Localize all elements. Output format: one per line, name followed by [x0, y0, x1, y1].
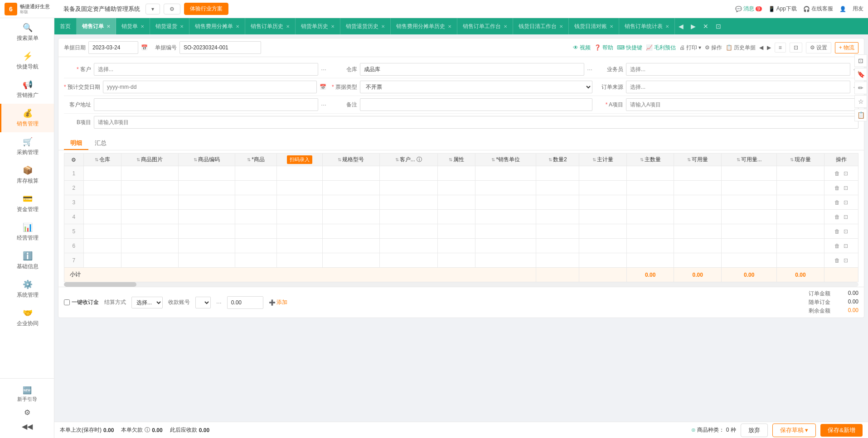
prev-record-btn[interactable]: ◀ [759, 44, 763, 51]
right-action-2[interactable]: 🔖 [854, 68, 867, 81]
industry-btn[interactable]: 体验行业方案 [184, 3, 228, 15]
tab-sales-invoice[interactable]: 销货单 ✕ [116, 18, 150, 34]
table-scroll-thumb[interactable] [64, 282, 136, 287]
tab-reconcile[interactable]: 钱货日清对账 ✕ [569, 18, 619, 34]
save-draft-btn[interactable]: 保存草稿 ▾ [772, 424, 816, 437]
calendar-icon[interactable]: 📅 [141, 44, 148, 51]
cell-warehouse-1[interactable] [83, 166, 121, 181]
order-source-input[interactable] [626, 81, 850, 93]
col-code[interactable]: ⇅商品编码 [178, 154, 235, 166]
user-name[interactable]: 用友 [853, 5, 863, 13]
row-copy-7[interactable]: ⊡ [844, 257, 848, 264]
right-action-5[interactable]: 📋 [854, 109, 867, 121]
shortcut-btn[interactable]: ⌨ 快捷键 [617, 44, 642, 52]
row-delete-6[interactable]: 🗑 [834, 243, 840, 249]
tab-prev-btn[interactable]: ◀ [675, 18, 687, 34]
row-delete-5[interactable]: 🗑 [834, 228, 840, 235]
col-customer-code[interactable]: ⇅客户... ⓘ [379, 154, 437, 166]
address-input[interactable] [94, 98, 318, 111]
col-available2[interactable]: ⇅可用量... [722, 154, 777, 166]
col-attr[interactable]: ⇅属性 [437, 154, 475, 166]
app-download-btn[interactable]: 📱 App下载 [768, 5, 797, 13]
tab-next-btn[interactable]: ▶ [687, 18, 699, 34]
tab-stats[interactable]: 销售订单统计表 ✕ [619, 18, 675, 34]
row-copy-6[interactable]: ⊡ [844, 243, 848, 249]
address-more-icon[interactable]: ··· [321, 101, 326, 108]
tab-close-return-history[interactable]: ✕ [381, 24, 385, 29]
sidebar-item-settings-bottom[interactable]: ⚙ [0, 405, 54, 419]
tab-close-sales-invoice[interactable]: ✕ [141, 24, 144, 29]
date-input[interactable] [88, 41, 138, 54]
cell-customer-code-1[interactable] [379, 166, 437, 181]
tab-expand-btn[interactable]: ⊡ [712, 18, 725, 34]
tab-close-invoice-history[interactable]: ✕ [331, 24, 335, 29]
next-record-btn[interactable]: ▶ [767, 44, 771, 51]
row-delete-1[interactable]: 🗑 [834, 170, 840, 177]
sidebar-item-guide[interactable]: 🆕 新手引导 [0, 383, 54, 405]
status-current-value[interactable]: ⓘ [145, 426, 150, 434]
warehouse-input[interactable] [360, 63, 584, 76]
settings-btn[interactable]: ⚙ 设置 [806, 42, 831, 53]
cell-unit-1[interactable] [475, 166, 536, 181]
customer-input[interactable] [94, 63, 318, 76]
tab-close-order-workbench[interactable]: ✕ [504, 24, 507, 29]
delivery-date-calendar-icon[interactable]: 📅 [320, 84, 326, 90]
col-qty2[interactable]: ⇅数量2 [536, 154, 579, 166]
a-project-input[interactable] [626, 98, 858, 111]
tab-close-reconcile[interactable]: ✕ [610, 24, 613, 29]
sidebar-item-finance[interactable]: 💳 资金管理 [0, 189, 54, 218]
sidebar-item-marketing[interactable]: 📢 营销推广 [0, 75, 54, 104]
cell-spec-1[interactable] [322, 166, 379, 181]
customer-more-icon[interactable]: ··· [321, 66, 326, 73]
right-action-3[interactable]: ✏ [854, 82, 867, 94]
sidebar-item-quick-nav[interactable]: ⚡ 快捷导航 [0, 47, 54, 75]
delivery-date-input[interactable] [103, 81, 317, 93]
sidebar-item-enterprise[interactable]: 🤝 企业协同 [0, 303, 54, 332]
tab-invoice-history[interactable]: 销货单历史 ✕ [296, 18, 340, 34]
row-delete-2[interactable]: 🗑 [834, 185, 840, 191]
tab-close-stats[interactable]: ✕ [665, 24, 669, 29]
discard-btn[interactable]: 放弃 [741, 424, 768, 437]
table-scroll-bar[interactable] [64, 282, 858, 287]
tab-sales-return[interactable]: 销货退货 ✕ [150, 18, 189, 34]
right-action-1[interactable]: ⊡ [854, 54, 867, 67]
tab-expense-split[interactable]: 销售费用分摊单 ✕ [189, 18, 245, 34]
col-warehouse[interactable]: ⇅仓库 [83, 154, 121, 166]
sidebar-item-search[interactable]: 🔍 搜索菜单 [0, 18, 54, 47]
row-copy-4[interactable]: ⊡ [844, 214, 848, 220]
sidebar-item-purchase[interactable]: 🛒 采购管理 [0, 132, 54, 161]
form-expand-btn[interactable]: ⊡ [790, 43, 802, 53]
scan-btn[interactable]: 扫码录入 [287, 155, 312, 164]
col-main-unit[interactable]: ⇅主计量 [579, 154, 627, 166]
b-project-input[interactable] [94, 116, 858, 129]
col-product[interactable]: ⇅*商品 [235, 154, 277, 166]
invoice-type-select[interactable]: 不开票 增值税专用发票 增值税普通发票 [360, 81, 592, 93]
row-copy-1[interactable]: ⊡ [844, 170, 848, 177]
add-material-btn[interactable]: + 物流 [835, 42, 858, 53]
col-stock[interactable]: ⇅现存量 [777, 154, 824, 166]
auto-payment-check[interactable] [64, 299, 70, 305]
col-unit[interactable]: ⇅*销售单位 [475, 154, 536, 166]
row-copy-3[interactable]: ⊡ [844, 199, 848, 206]
col-image[interactable]: ⇅商品图片 [121, 154, 178, 166]
row-copy-5[interactable]: ⊡ [844, 228, 848, 235]
account-select[interactable] [195, 297, 211, 308]
col-main-qty[interactable]: ⇅主数量 [626, 154, 674, 166]
tab-close-expense-split[interactable]: ✕ [236, 24, 239, 29]
history-btn[interactable]: 📋 历史单据 [726, 44, 756, 52]
tab-expense-history[interactable]: 销售费用分摊单历史 ✕ [391, 18, 457, 34]
tab-close-sales-return[interactable]: ✕ [180, 24, 184, 29]
col-available[interactable]: ⇅可用量 [674, 154, 722, 166]
online-service-btn[interactable]: 🎧 在线客服 [803, 5, 833, 13]
row-delete-4[interactable]: 🗑 [834, 214, 840, 220]
settings-gear-btn[interactable]: ⚙ [164, 4, 180, 14]
sidebar-item-sales[interactable]: 💰 销售管理 [0, 104, 54, 132]
print-btn[interactable]: 🖨 打印 ▾ [679, 44, 701, 52]
payment-method-select[interactable]: 选择... [131, 297, 163, 308]
row-delete-7[interactable]: 🗑 [834, 257, 840, 264]
message-btn[interactable]: 💬 消息 9 [735, 5, 762, 13]
row-copy-2[interactable]: ⊡ [844, 185, 848, 191]
tab-order-workbench[interactable]: 销售订单工作台 ✕ [457, 18, 513, 34]
tab-home[interactable]: 首页 [54, 18, 77, 34]
right-action-4[interactable]: ☆ [854, 95, 867, 108]
